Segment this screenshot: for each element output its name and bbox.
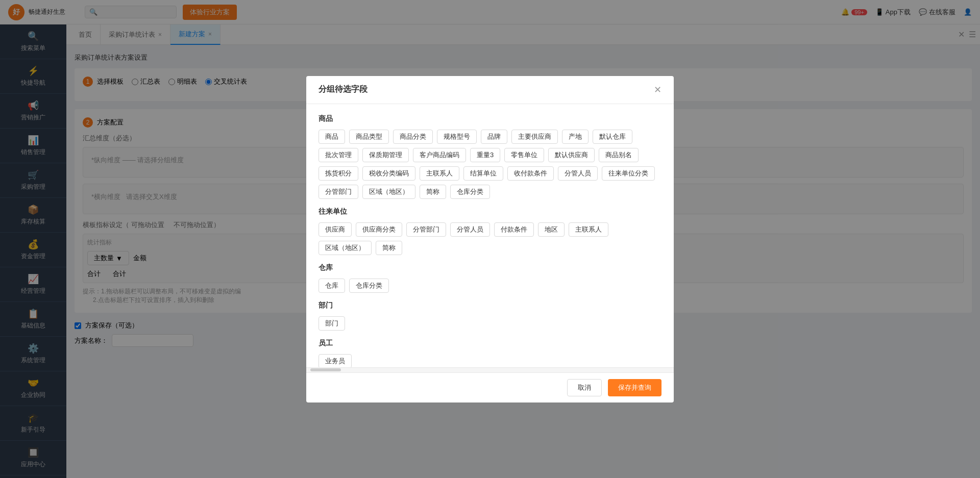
field-tag[interactable]: 重量3 bbox=[470, 148, 500, 162]
field-tag[interactable]: 主联系人 bbox=[420, 166, 459, 181]
field-tag[interactable]: 区域（地区） bbox=[318, 241, 372, 255]
field-tag[interactable]: 部门 bbox=[318, 316, 345, 331]
field-tag[interactable]: 业务员 bbox=[318, 354, 352, 367]
field-tag[interactable]: 仓库分类 bbox=[450, 185, 490, 199]
tags-grid: 供应商供应商分类分管部门分管人员付款条件地区主联系人区域（地区）简称 bbox=[318, 222, 662, 255]
modal-header: 分组待选字段 ✕ bbox=[306, 76, 674, 104]
tags-grid: 仓库仓库分类 bbox=[318, 279, 662, 293]
field-tag[interactable]: 拣货积分 bbox=[318, 166, 358, 181]
field-tag[interactable]: 规格型号 bbox=[437, 130, 477, 144]
field-select-modal: 分组待选字段 ✕ 商品商品商品类型商品分类规格型号品牌主要供应商产地默认仓库批次… bbox=[306, 76, 674, 402]
field-tag[interactable]: 往来单位分类 bbox=[602, 166, 655, 181]
field-tag[interactable]: 供应商分类 bbox=[356, 222, 402, 237]
field-tag[interactable]: 区域（地区） bbox=[362, 185, 415, 199]
tags-grid: 业务员 bbox=[318, 354, 662, 367]
field-tag[interactable]: 批次管理 bbox=[318, 148, 358, 162]
field-tag[interactable]: 分管部门 bbox=[318, 185, 358, 199]
field-tag[interactable]: 默认供应商 bbox=[548, 148, 595, 162]
field-tag[interactable]: 收付款条件 bbox=[507, 166, 554, 181]
field-tag[interactable]: 商品类型 bbox=[349, 130, 389, 144]
field-tag[interactable]: 商品 bbox=[318, 130, 345, 144]
field-tag[interactable]: 结算单位 bbox=[463, 166, 503, 181]
modal-footer: 取消 保存并查询 bbox=[306, 372, 674, 402]
field-tag[interactable]: 地区 bbox=[538, 222, 565, 237]
field-tag[interactable]: 客户商品编码 bbox=[413, 148, 466, 162]
section-title: 员工 bbox=[318, 339, 662, 348]
field-tag[interactable]: 简称 bbox=[376, 241, 402, 255]
field-tag[interactable]: 分管部门 bbox=[406, 222, 446, 237]
confirm-button[interactable]: 保存并查询 bbox=[608, 379, 662, 396]
hscroll-thumb bbox=[310, 368, 341, 371]
field-tag[interactable]: 分管人员 bbox=[450, 222, 490, 237]
field-tag[interactable]: 分管人员 bbox=[558, 166, 598, 181]
field-tag[interactable]: 仓库 bbox=[318, 279, 345, 293]
field-tag[interactable]: 仓库分类 bbox=[349, 279, 389, 293]
modal-body: 商品商品商品类型商品分类规格型号品牌主要供应商产地默认仓库批次管理保质期管理客户… bbox=[306, 104, 674, 367]
modal-title: 分组待选字段 bbox=[318, 84, 368, 95]
field-tag[interactable]: 主要供应商 bbox=[511, 130, 558, 144]
field-tag[interactable]: 零售单位 bbox=[504, 148, 544, 162]
field-tag[interactable]: 保质期管理 bbox=[362, 148, 409, 162]
field-tag[interactable]: 主联系人 bbox=[569, 222, 608, 237]
tags-grid: 部门 bbox=[318, 316, 662, 331]
modal-close-btn[interactable]: ✕ bbox=[654, 84, 662, 95]
field-tag[interactable]: 简称 bbox=[420, 185, 446, 199]
cancel-button[interactable]: 取消 bbox=[567, 379, 602, 396]
section-title: 商品 bbox=[318, 114, 662, 123]
field-tag[interactable]: 产地 bbox=[562, 130, 589, 144]
tags-grid: 商品商品类型商品分类规格型号品牌主要供应商产地默认仓库批次管理保质期管理客户商品… bbox=[318, 130, 662, 199]
section-title: 往来单位 bbox=[318, 207, 662, 216]
field-tag[interactable]: 品牌 bbox=[481, 130, 507, 144]
section-title: 仓库 bbox=[318, 263, 662, 272]
modal-hscroll[interactable] bbox=[306, 367, 674, 372]
field-tag[interactable]: 默认仓库 bbox=[593, 130, 632, 144]
field-tag[interactable]: 税收分类编码 bbox=[362, 166, 415, 181]
modal-overlay: 分组待选字段 ✕ 商品商品商品类型商品分类规格型号品牌主要供应商产地默认仓库批次… bbox=[0, 0, 980, 478]
field-tag[interactable]: 商品分类 bbox=[393, 130, 433, 144]
field-tag[interactable]: 商品别名 bbox=[599, 148, 639, 162]
field-tag[interactable]: 供应商 bbox=[318, 222, 352, 237]
field-tag[interactable]: 付款条件 bbox=[494, 222, 534, 237]
section-title: 部门 bbox=[318, 301, 662, 310]
